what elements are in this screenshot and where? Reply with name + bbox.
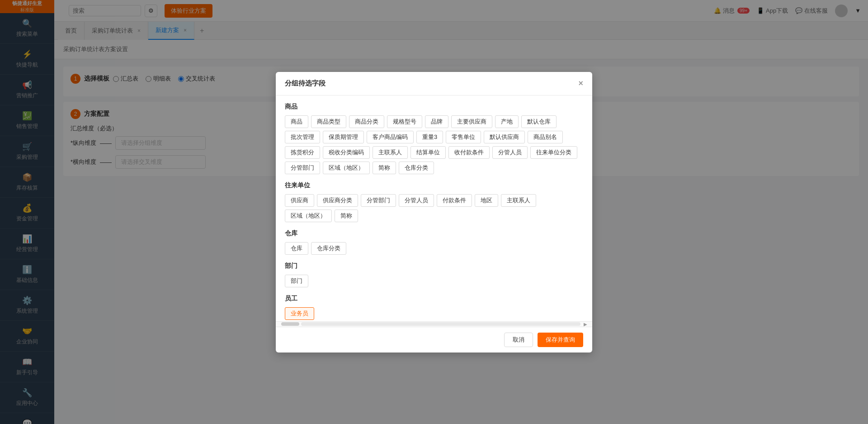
field-tag-1-4[interactable]: 付款条件 xyxy=(437,194,472,207)
field-tag-0-22[interactable]: 分管部门 xyxy=(285,162,320,174)
hscroll-thumb[interactable] xyxy=(281,322,299,326)
field-tags-2: 仓库仓库分类 xyxy=(285,242,583,255)
modal-body[interactable]: 商品商品商品类型商品分类规格型号品牌主要供应商产地默认仓库批次管理保质期管理客户… xyxy=(276,95,592,322)
section-title-3: 部门 xyxy=(285,262,583,270)
hscroll-track xyxy=(301,322,580,326)
field-section-2: 仓库仓库仓库分类 xyxy=(285,229,583,255)
field-tag-0-8[interactable]: 批次管理 xyxy=(285,131,320,143)
field-tag-0-15[interactable]: 拣货积分 xyxy=(285,146,320,159)
field-section-4: 员工业务员 xyxy=(285,295,583,320)
field-tag-0-18[interactable]: 结算单位 xyxy=(410,146,446,159)
field-tags-4: 业务员 xyxy=(285,307,583,320)
field-tag-1-7[interactable]: 区域（地区） xyxy=(285,210,332,222)
modal-header: 分组待选字段 × xyxy=(276,72,592,95)
field-tag-2-0[interactable]: 仓库 xyxy=(285,242,308,255)
field-tag-1-8[interactable]: 简称 xyxy=(335,210,358,222)
field-tag-2-1[interactable]: 仓库分类 xyxy=(311,242,346,255)
field-tag-1-6[interactable]: 主联系人 xyxy=(501,194,536,207)
field-tags-3: 部门 xyxy=(285,275,583,287)
field-tag-0-3[interactable]: 规格型号 xyxy=(387,115,422,128)
field-tag-0-13[interactable]: 默认供应商 xyxy=(484,131,525,143)
modal-title: 分组待选字段 xyxy=(285,79,326,88)
save-query-button[interactable]: 保存并查询 xyxy=(538,333,583,347)
field-tag-0-0[interactable]: 商品 xyxy=(285,115,308,128)
field-tag-0-19[interactable]: 收付款条件 xyxy=(448,146,490,159)
field-tag-0-5[interactable]: 主要供应商 xyxy=(451,115,492,128)
field-tag-0-11[interactable]: 重量3 xyxy=(416,131,443,143)
field-tag-0-17[interactable]: 主联系人 xyxy=(373,146,408,159)
field-tag-1-5[interactable]: 地区 xyxy=(475,194,498,207)
field-tag-1-3[interactable]: 分管人员 xyxy=(399,194,434,207)
field-tag-0-12[interactable]: 零售单位 xyxy=(446,131,481,143)
field-tag-3-0[interactable]: 部门 xyxy=(285,275,308,287)
field-tag-0-20[interactable]: 分管人员 xyxy=(492,146,528,159)
field-tag-0-21[interactable]: 往来单位分类 xyxy=(530,146,577,159)
field-tag-1-0[interactable]: 供应商 xyxy=(285,194,314,207)
section-title-4: 员工 xyxy=(285,295,583,303)
field-tag-0-4[interactable]: 品牌 xyxy=(425,115,448,128)
field-tag-0-2[interactable]: 商品分类 xyxy=(349,115,384,128)
field-tag-0-25[interactable]: 仓库分类 xyxy=(399,162,434,174)
field-tag-0-16[interactable]: 税收分类编码 xyxy=(323,146,370,159)
field-tag-0-24[interactable]: 简称 xyxy=(373,162,396,174)
modal-close-button[interactable]: × xyxy=(578,79,583,87)
field-tag-0-6[interactable]: 产地 xyxy=(495,115,519,128)
modal-footer: 取消 保存并查询 xyxy=(276,327,592,353)
modal-hscroll[interactable]: ▶ xyxy=(276,321,592,326)
field-tag-0-1[interactable]: 商品类型 xyxy=(311,115,346,128)
field-tag-1-1[interactable]: 供应商分类 xyxy=(317,194,358,207)
field-tag-0-9[interactable]: 保质期管理 xyxy=(323,131,364,143)
field-tag-1-2[interactable]: 分管部门 xyxy=(361,194,396,207)
field-section-0: 商品商品商品类型商品分类规格型号品牌主要供应商产地默认仓库批次管理保质期管理客户… xyxy=(285,103,583,174)
modal-dialog: 分组待选字段 × 商品商品商品类型商品分类规格型号品牌主要供应商产地默认仓库批次… xyxy=(276,72,592,353)
field-tags-1: 供应商供应商分类分管部门分管人员付款条件地区主联系人区域（地区）简称 xyxy=(285,194,583,222)
section-title-2: 仓库 xyxy=(285,229,583,238)
field-tags-0: 商品商品类型商品分类规格型号品牌主要供应商产地默认仓库批次管理保质期管理客户商品… xyxy=(285,115,583,174)
field-section-3: 部门部门 xyxy=(285,262,583,287)
hscroll-right-arrow[interactable]: ▶ xyxy=(582,321,589,326)
section-title-0: 商品 xyxy=(285,103,583,111)
field-tag-4-0[interactable]: 业务员 xyxy=(285,307,314,320)
field-tag-0-14[interactable]: 商品别名 xyxy=(528,131,563,143)
field-tag-0-7[interactable]: 默认仓库 xyxy=(521,115,557,128)
cancel-button[interactable]: 取消 xyxy=(504,333,533,347)
field-tag-0-23[interactable]: 区域（地区） xyxy=(323,162,370,174)
section-title-1: 往来单位 xyxy=(285,181,583,190)
field-tag-0-10[interactable]: 客户商品编码 xyxy=(367,131,414,143)
field-section-1: 往来单位供应商供应商分类分管部门分管人员付款条件地区主联系人区域（地区）简称 xyxy=(285,181,583,222)
